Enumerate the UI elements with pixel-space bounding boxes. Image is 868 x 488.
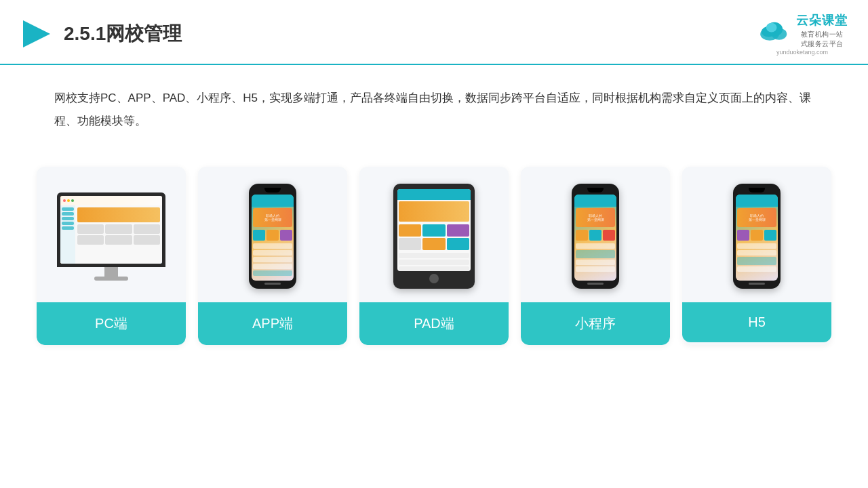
card-h5-label: H5 <box>682 302 831 342</box>
card-pc-image <box>37 167 186 302</box>
play-icon <box>20 18 53 50</box>
header: 2.5.1网校管理 云朵课堂 教育机构一站式服务云平台 yunduoketang… <box>0 0 868 65</box>
card-app-label: APP端 <box>198 302 347 345</box>
ipad-mockup <box>393 184 475 289</box>
card-app: 职场人的第一堂网课 <box>198 167 347 345</box>
card-pad-image <box>359 167 509 302</box>
card-pad-label: PAD端 <box>359 302 509 345</box>
pc-monitor <box>57 192 165 281</box>
cloud-icon <box>757 20 792 41</box>
logo-sub-text: 教育机构一站式服务云平台 <box>796 30 848 49</box>
card-mini-label: 小程序 <box>521 302 670 345</box>
logo-cloud: 云朵课堂 教育机构一站式服务云平台 <box>757 12 848 49</box>
logo-main-text: 云朵课堂 <box>796 12 848 28</box>
card-mini-image: 职场人的第一堂网课 <box>521 167 670 302</box>
logo-area: 云朵课堂 教育机构一站式服务云平台 yunduoketang.com <box>757 12 848 56</box>
card-pad: PAD端 <box>359 167 509 345</box>
svg-point-5 <box>766 23 777 33</box>
cards-container: PC端 职场人的第一堂网课 <box>0 153 868 359</box>
card-pc-label: PC端 <box>37 302 186 345</box>
page-title: 2.5.1网校管理 <box>64 21 182 47</box>
svg-marker-0 <box>23 20 50 47</box>
logo-text-wrapper: 云朵课堂 教育机构一站式服务云平台 <box>796 12 848 49</box>
description: 网校支持PC、APP、PAD、小程序、H5，实现多端打通，产品各终端自由切换，数… <box>0 65 868 146</box>
description-text: 网校支持PC、APP、PAD、小程序、H5，实现多端打通，产品各终端自由切换，数… <box>54 87 814 133</box>
card-app-image: 职场人的第一堂网课 <box>198 167 347 302</box>
phone-mockup-mini: 职场人的第一堂网课 <box>572 184 619 289</box>
card-pc: PC端 <box>37 167 186 345</box>
logo-url: yunduoketang.com <box>776 49 828 56</box>
header-left: 2.5.1网校管理 <box>20 18 182 50</box>
phone-mockup-app: 职场人的第一堂网课 <box>249 184 296 289</box>
phone-mockup-h5: 职场人的第一堂网课 <box>733 184 781 289</box>
card-mini: 职场人的第一堂网课 <box>521 167 670 345</box>
card-h5: 职场人的第一堂网课 <box>682 167 831 345</box>
card-h5-image: 职场人的第一堂网课 <box>682 167 831 302</box>
